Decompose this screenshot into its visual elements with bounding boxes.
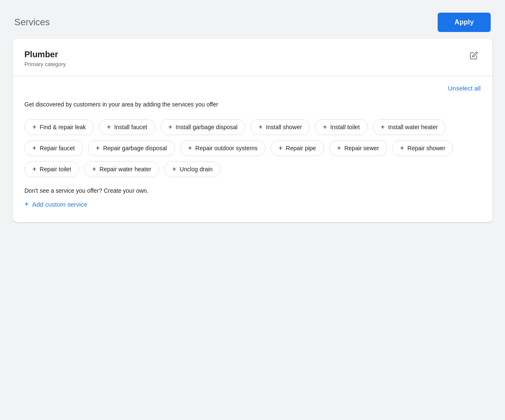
- chip-label: Install toilet: [330, 124, 360, 130]
- custom-service-section: Don't see a service you offer? Create yo…: [24, 187, 481, 209]
- add-custom-service-button[interactable]: + Add custom service: [24, 200, 87, 209]
- category-subtitle: Primary category: [24, 61, 66, 67]
- add-custom-label: Add custom service: [32, 201, 88, 208]
- chip-plus-icon: +: [96, 145, 100, 152]
- chip-label: Install garbage disposal: [175, 124, 237, 130]
- unselect-row: Unselect all: [24, 85, 481, 92]
- chip-plus-icon: +: [92, 166, 96, 173]
- service-chip-repair-faucet[interactable]: +Repair faucet: [24, 140, 83, 156]
- dont-see-text: Don't see a service you offer? Create yo…: [24, 187, 481, 194]
- chip-label: Unclog drain: [180, 166, 213, 173]
- chip-plus-icon: +: [188, 145, 192, 152]
- header-row: Services Apply: [13, 13, 492, 32]
- service-chip-repair-shower[interactable]: +Repair shower: [392, 140, 454, 156]
- chip-label: Repair toilet: [40, 166, 71, 173]
- chip-plus-icon: +: [168, 124, 172, 130]
- description-text: Get discovered by customers in your area…: [24, 100, 481, 109]
- apply-button[interactable]: Apply: [438, 13, 491, 32]
- chip-plus-icon: +: [258, 124, 262, 130]
- card-body: Unselect all Get discovered by customers…: [13, 76, 492, 222]
- chip-plus-icon: +: [400, 145, 404, 152]
- unselect-all-button[interactable]: Unselect all: [448, 85, 481, 92]
- chip-label: Repair outdoor systems: [195, 145, 258, 152]
- chip-label: Repair sewer: [344, 145, 379, 152]
- category-info: Plumber Primary category: [24, 49, 66, 67]
- chip-label: Repair water heater: [99, 166, 151, 173]
- page-container: Services Apply Plumber Primary category …: [13, 13, 492, 222]
- card-header: Plumber Primary category: [13, 39, 492, 76]
- page-title: Services: [14, 17, 50, 28]
- add-custom-plus-icon: +: [24, 200, 29, 209]
- edit-icon[interactable]: [467, 49, 481, 62]
- chip-plus-icon: +: [107, 124, 111, 130]
- service-chip-repair-toilet[interactable]: +Repair toilet: [24, 161, 79, 177]
- service-chip-install-toilet[interactable]: +Install toilet: [315, 119, 367, 135]
- service-chip-install-faucet[interactable]: +Install faucet: [99, 119, 155, 135]
- chip-label: Repair faucet: [40, 145, 74, 152]
- chip-label: Repair pipe: [286, 145, 316, 152]
- service-chip-unclog-drain[interactable]: +Unclog drain: [164, 161, 221, 177]
- chip-label: Install faucet: [114, 124, 147, 130]
- service-chip-repair-outdoor-systems[interactable]: +Repair outdoor systems: [180, 140, 266, 156]
- services-grid: +Find & repair leak+Install faucet+Insta…: [24, 119, 481, 177]
- chip-plus-icon: +: [32, 145, 36, 152]
- service-chip-repair-water-heater[interactable]: +Repair water heater: [84, 161, 159, 177]
- service-chip-repair-garbage-disposal[interactable]: +Repair garbage disposal: [88, 140, 175, 156]
- services-card: Plumber Primary category Unselect all Ge…: [13, 39, 492, 222]
- chip-label: Install shower: [266, 124, 302, 130]
- service-chip-repair-sewer[interactable]: +Repair sewer: [329, 140, 387, 156]
- chip-label: Install water heater: [388, 124, 438, 130]
- service-chip-find-repair-leak[interactable]: +Find & repair leak: [24, 119, 94, 135]
- service-chip-repair-pipe[interactable]: +Repair pipe: [271, 140, 324, 156]
- chip-plus-icon: +: [279, 145, 282, 152]
- chip-label: Repair garbage disposal: [103, 145, 167, 152]
- chip-label: Find & repair leak: [40, 124, 86, 130]
- service-chip-install-garbage-disposal[interactable]: +Install garbage disposal: [160, 119, 245, 135]
- chip-plus-icon: +: [32, 166, 36, 173]
- chip-plus-icon: +: [337, 145, 341, 152]
- chip-plus-icon: +: [381, 124, 385, 130]
- chip-plus-icon: +: [172, 166, 176, 173]
- chip-plus-icon: +: [32, 124, 36, 130]
- service-chip-install-shower[interactable]: +Install shower: [250, 119, 310, 135]
- category-title: Plumber: [24, 49, 66, 60]
- chip-label: Repair shower: [407, 145, 445, 152]
- service-chip-install-water-heater[interactable]: +Install water heater: [373, 119, 446, 135]
- chip-plus-icon: +: [323, 124, 327, 130]
